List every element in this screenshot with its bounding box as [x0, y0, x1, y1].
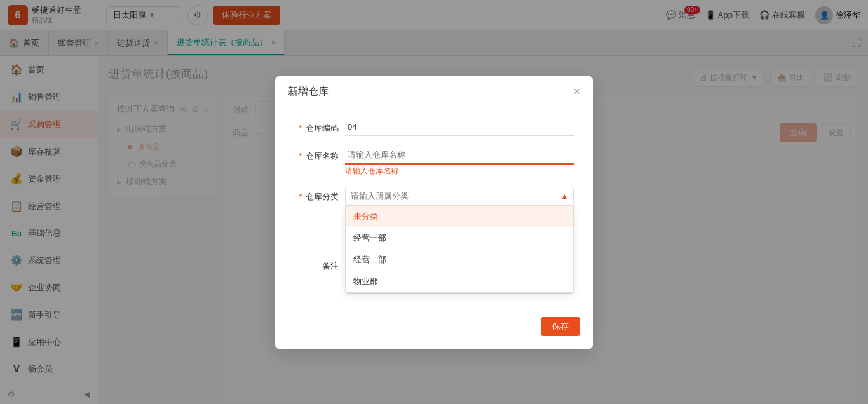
- category-dropdown-wrap: ▲: [345, 187, 574, 205]
- dropdown-option-unclassified[interactable]: 未分类: [346, 206, 573, 227]
- modal-header: 新增仓库 ×: [275, 76, 593, 105]
- dropdown-option-dept2[interactable]: 经营二部: [346, 249, 573, 271]
- form-row-category: * 仓库分类 ▲ 未分类 经营一部 经营二部 物业部: [294, 187, 574, 205]
- form-label-category: * 仓库分类: [294, 187, 345, 203]
- form-label-code: * 仓库编码: [294, 118, 345, 134]
- form-row-name: * 仓库名称 请输入仓库名称: [294, 146, 574, 177]
- name-error-msg: 请输入仓库名称: [345, 166, 574, 177]
- modal-footer: 保存: [275, 311, 593, 336]
- modal-title: 新增仓库: [288, 85, 329, 98]
- save-button[interactable]: 保存: [541, 317, 580, 336]
- modal-body: * 仓库编码 * 仓库名称: [275, 105, 593, 311]
- warehouse-code-input[interactable]: [345, 118, 574, 136]
- dropdown-option-dept3[interactable]: 物业部: [346, 271, 573, 292]
- form-row-code: * 仓库编码: [294, 118, 574, 136]
- new-warehouse-modal: 新增仓库 × * 仓库编码: [275, 76, 593, 349]
- modal-overlay: 新增仓库 × * 仓库编码: [98, 56, 868, 404]
- modal-close-button[interactable]: ×: [573, 85, 580, 98]
- form-label-note: 备注: [294, 256, 345, 272]
- category-dropdown-list: 未分类 经营一部 经营二部 物业部: [345, 205, 574, 293]
- category-input[interactable]: [345, 187, 574, 205]
- warehouse-name-input[interactable]: [345, 146, 574, 165]
- main-layout: 🏠 首页 📊 销售管理 🛒 采购管理 📦 库存核算 💰 资金管理 📋 经营管理 …: [0, 56, 868, 404]
- category-dropdown-arrow-icon[interactable]: ▲: [560, 191, 569, 201]
- dropdown-option-dept1[interactable]: 经营一部: [346, 227, 573, 249]
- content-area: 进货单统计(按商品) 🖨 按模板打印 ▼ 📤 导出 🔄 刷新: [98, 56, 868, 404]
- form-label-name: * 仓库名称: [294, 146, 345, 162]
